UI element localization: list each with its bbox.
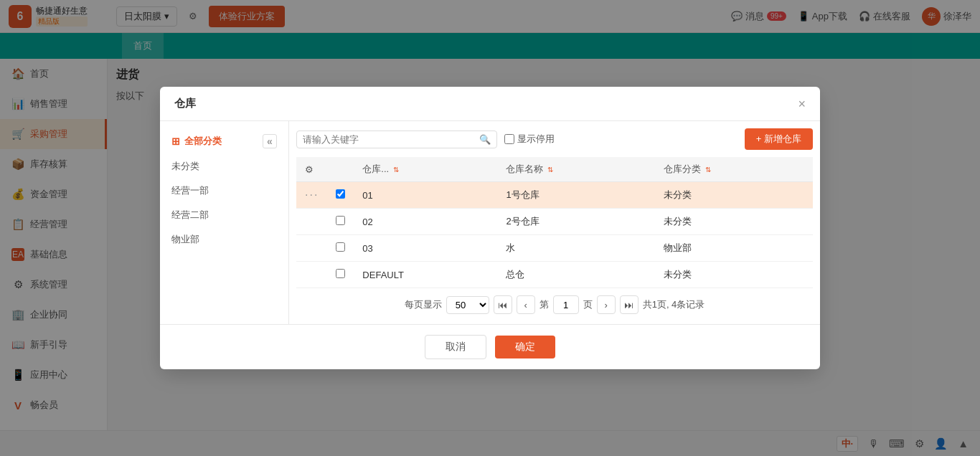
- page-unit: 页: [583, 298, 593, 311]
- category-ops2[interactable]: 经营二部: [160, 203, 288, 227]
- th-check: [327, 157, 354, 182]
- pagination-bar: 每页显示 50 100 200 ⏮ ‹ 第 页 › ⏭ 共1页, 4条记录: [296, 288, 813, 317]
- table-row[interactable]: ··· 02 2号仓库 未分类: [296, 209, 813, 235]
- row-code: DEFAULT: [354, 262, 497, 288]
- category-property[interactable]: 物业部: [160, 227, 288, 252]
- row-code: 03: [354, 235, 497, 262]
- table-row[interactable]: ··· 03 水 物业部: [296, 235, 813, 262]
- row-gear[interactable]: ···: [296, 235, 327, 262]
- sort-code-icon: ⇅: [393, 166, 399, 174]
- collapse-btn[interactable]: «: [263, 134, 277, 148]
- new-warehouse-btn[interactable]: + 新增仓库: [745, 128, 813, 150]
- row-name: 总仓: [497, 262, 655, 288]
- row-category: 未分类: [655, 209, 813, 235]
- per-page-select[interactable]: 50 100 200: [446, 296, 489, 314]
- row-code: 01: [354, 182, 497, 209]
- page-first-btn[interactable]: ⏮: [494, 295, 512, 314]
- th-name[interactable]: 仓库名称 ⇅: [497, 157, 655, 182]
- row-code: 02: [354, 209, 497, 235]
- all-categories-label: 全部分类: [184, 135, 222, 148]
- row-check[interactable]: [327, 182, 354, 209]
- page-next-btn[interactable]: ›: [597, 295, 616, 314]
- row-category: 物业部: [655, 235, 813, 262]
- category-panel: ⊞ 全部分类 « 未分类 经营一部 经营二部 物业部: [160, 121, 289, 324]
- all-categories[interactable]: ⊞ 全部分类 «: [160, 128, 288, 154]
- row-name: 2号仓库: [497, 209, 655, 235]
- table-body: ··· 01 1号仓库 未分类 ··· 02 2号仓库 未分类 ··· 03 水…: [296, 182, 813, 288]
- row-check[interactable]: [327, 209, 354, 235]
- page-last-btn[interactable]: ⏭: [620, 295, 639, 314]
- page-input[interactable]: [553, 295, 579, 314]
- modal-body: ⊞ 全部分类 « 未分类 经营一部 经营二部 物业部 🔍: [160, 121, 820, 324]
- grid-icon: ⊞: [171, 136, 180, 147]
- search-icon[interactable]: 🔍: [479, 134, 491, 145]
- row-check[interactable]: [327, 262, 354, 288]
- per-page-label: 每页显示: [405, 298, 442, 311]
- show-disabled-label: 显示停用: [504, 133, 555, 146]
- row-checkbox[interactable]: [336, 242, 345, 252]
- th-category[interactable]: 仓库分类 ⇅: [655, 157, 813, 182]
- row-name: 水: [497, 235, 655, 262]
- table-toolbar: 🔍 显示停用 + 新增仓库: [296, 128, 813, 150]
- total-info: 共1页, 4条记录: [643, 298, 705, 311]
- modal-title: 仓库: [174, 97, 196, 110]
- show-disabled-checkbox[interactable]: [504, 134, 514, 144]
- row-name: 1号仓库: [497, 182, 655, 209]
- page-label: 第: [540, 298, 549, 311]
- table-panel: 🔍 显示停用 + 新增仓库 ⚙: [289, 121, 820, 324]
- table-row[interactable]: ··· DEFAULT 总仓 未分类: [296, 262, 813, 288]
- row-gear[interactable]: ···: [296, 262, 327, 288]
- table-row[interactable]: ··· 01 1号仓库 未分类: [296, 182, 813, 209]
- sort-category-icon: ⇅: [705, 166, 711, 174]
- category-unclassified[interactable]: 未分类: [160, 154, 288, 179]
- warehouse-table: ⚙ 仓库... ⇅ 仓库名称 ⇅: [296, 157, 813, 288]
- row-gear[interactable]: ···: [296, 182, 327, 209]
- confirm-btn[interactable]: 确定: [495, 336, 555, 358]
- category-ops1[interactable]: 经营一部: [160, 179, 288, 203]
- modal-footer: 取消 确定: [160, 324, 820, 369]
- row-checkbox[interactable]: [336, 189, 345, 199]
- row-checkbox[interactable]: [336, 269, 345, 278]
- search-input[interactable]: [303, 134, 479, 145]
- row-category: 未分类: [655, 182, 813, 209]
- row-actions-icon[interactable]: ···: [305, 189, 319, 201]
- row-category: 未分类: [655, 262, 813, 288]
- close-icon[interactable]: ×: [798, 98, 806, 110]
- page-prev-btn[interactable]: ‹: [517, 295, 535, 314]
- sort-name-icon: ⇅: [547, 166, 553, 174]
- th-code[interactable]: 仓库... ⇅: [354, 157, 497, 182]
- row-gear[interactable]: ···: [296, 209, 327, 235]
- cancel-btn[interactable]: 取消: [425, 335, 486, 359]
- row-checkbox[interactable]: [336, 216, 345, 225]
- row-check[interactable]: [327, 235, 354, 262]
- modal-header: 仓库 ×: [160, 87, 820, 121]
- table-head: ⚙ 仓库... ⇅ 仓库名称 ⇅: [296, 157, 813, 182]
- show-disabled-text: 显示停用: [517, 133, 555, 146]
- table-scroll: ⚙ 仓库... ⇅ 仓库名称 ⇅: [296, 157, 813, 288]
- modal-overlay: 仓库 × ⊞ 全部分类 « 未分类 经营一部 经营二部 物业部: [0, 0, 980, 456]
- search-wrap: 🔍: [296, 130, 497, 148]
- warehouse-modal: 仓库 × ⊞ 全部分类 « 未分类 经营一部 经营二部 物业部: [160, 87, 820, 369]
- th-gear[interactable]: ⚙: [296, 157, 327, 182]
